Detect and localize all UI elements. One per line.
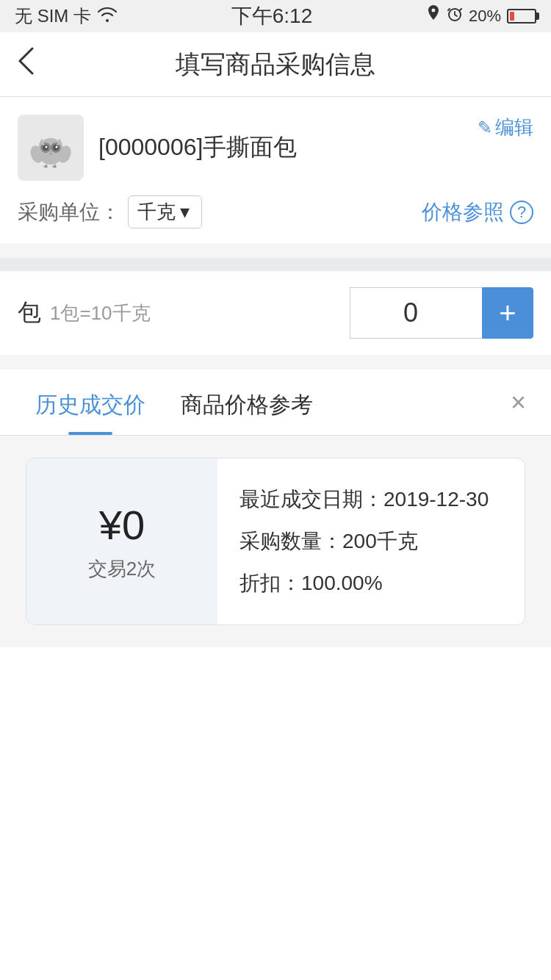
quantity-controls: +	[350, 287, 533, 339]
detail-date: 最近成交日期：2019-12-30	[240, 485, 503, 514]
unit-note: 1包=10千克	[50, 300, 151, 326]
svg-point-6	[46, 145, 48, 148]
status-left: 无 SIM 卡	[15, 4, 118, 28]
status-right: 20%	[426, 5, 536, 27]
svg-point-7	[56, 145, 58, 148]
section-divider	[0, 258, 551, 271]
price-display: ¥0	[99, 501, 145, 549]
status-time: 下午6:12	[231, 2, 313, 30]
tab-history-price[interactable]: 历史成交价	[18, 370, 163, 435]
qty-value: 200千克	[342, 530, 418, 552]
product-image	[18, 115, 84, 181]
close-button[interactable]: ×	[503, 372, 533, 433]
price-details: 最近成交日期：2019-12-30 采购数量：200千克 折扣：100.00%	[217, 458, 525, 624]
back-button[interactable]	[18, 47, 34, 82]
quantity-unit-info: 包 1包=10千克	[18, 297, 151, 329]
detail-quantity: 采购数量：200千克	[240, 527, 503, 555]
history-price-card: ¥0 交易2次 最近成交日期：2019-12-30 采购数量：200千克 折扣：…	[26, 458, 525, 625]
date-label: 最近成交日期：	[240, 488, 383, 511]
product-unit-row: 采购单位： 千克 ▾ 价格参照 ?	[18, 195, 533, 228]
quantity-input[interactable]	[350, 287, 482, 339]
empty-area	[0, 647, 551, 980]
tabs-container: 历史成交价 商品价格参考 ×	[0, 370, 551, 436]
product-card: [0000006]手撕面包 ✎ 编辑 采购单位： 千克 ▾ 价格参照 ?	[0, 97, 551, 243]
edit-button[interactable]: ✎ 编辑	[478, 115, 533, 140]
page-title: 填写商品采购信息	[176, 48, 375, 82]
alarm-icon	[447, 6, 463, 26]
product-header: [0000006]手撕面包 ✎ 编辑	[18, 115, 533, 181]
price-ref-button[interactable]: 价格参照 ?	[422, 198, 533, 226]
close-icon: ×	[511, 387, 526, 417]
tab-product-price-ref[interactable]: 商品价格参考	[163, 370, 331, 435]
plus-icon: +	[499, 297, 516, 330]
location-icon	[426, 5, 441, 27]
battery-percent: 20%	[469, 7, 501, 26]
nav-bar: 填写商品采购信息	[0, 32, 551, 97]
product-left: [0000006]手撕面包	[18, 115, 297, 181]
product-name: [0000006]手撕面包	[98, 131, 297, 164]
currency-symbol: ¥	[99, 502, 122, 548]
price-summary: ¥0 交易2次	[26, 458, 217, 624]
discount-label: 折扣：	[240, 572, 301, 594]
price-ref-help-icon: ?	[510, 201, 533, 224]
quantity-plus-button[interactable]: +	[482, 287, 533, 339]
edit-icon: ✎	[478, 118, 492, 138]
unit-select[interactable]: 千克 ▾	[128, 195, 202, 228]
edit-label: 编辑	[495, 115, 533, 140]
unit-label: 采购单位： 千克 ▾	[18, 195, 202, 228]
quantity-row: 包 1包=10千克 +	[0, 271, 551, 355]
dropdown-icon: ▾	[180, 201, 190, 223]
qty-label: 采购数量：	[240, 530, 342, 552]
sim-label: 无 SIM 卡	[15, 4, 91, 28]
status-bar: 无 SIM 卡 下午6:12 20%	[0, 0, 551, 32]
date-value: 2019-12-30	[383, 488, 489, 511]
discount-value: 100.00%	[301, 572, 383, 594]
unit-badge: 包	[18, 297, 41, 329]
trade-count: 交易2次	[88, 556, 156, 582]
detail-discount: 折扣：100.00%	[240, 569, 503, 597]
tab-active-indicator	[68, 432, 112, 435]
wifi-icon	[97, 6, 118, 26]
battery-icon	[507, 9, 536, 24]
